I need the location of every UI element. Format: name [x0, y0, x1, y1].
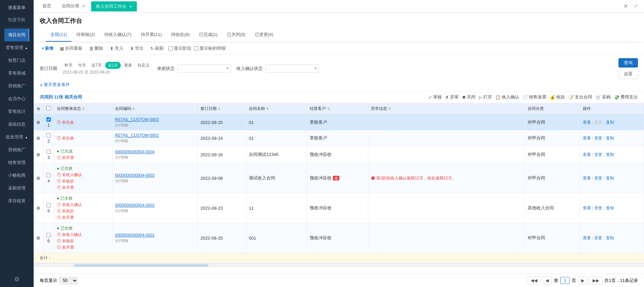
window-maximize-btn[interactable]: ⤢	[632, 3, 640, 9]
next-page-button[interactable]: ▶	[578, 277, 588, 284]
sidebar-item-2[interactable]: 智慧门店	[4, 54, 30, 67]
set-button[interactable]: 设置	[618, 69, 638, 79]
sidebar-item-4[interactable]: 营销推广	[4, 80, 30, 92]
action-变更-2[interactable]: 变更	[594, 152, 602, 157]
action-btn-销售发票[interactable]: 📄销售发票	[523, 94, 546, 100]
row-gear-4[interactable]: ⚙	[34, 193, 43, 223]
table-row[interactable]: ⚙ 5● 已生效① 未收入确认① 未收款① 未开票0000000000004-0…	[34, 193, 644, 223]
action-变更-1[interactable]: 变更	[594, 136, 602, 140]
action-btn-采购[interactable]: 🛒采购	[596, 94, 611, 100]
show-stages-check[interactable]: 显示阶段	[168, 45, 191, 51]
action-btn-费用支出[interactable]: 💸费用支出	[614, 94, 638, 100]
tab-2[interactable]: 收入合同工作台 ✕	[91, 1, 137, 11]
row-gear-3[interactable]: ⚙	[34, 163, 43, 193]
action-变更-0[interactable]: 变更	[594, 120, 602, 125]
table-row[interactable]: ⚙ 6● 已生效① 未收入确认① 未收款① 未开票0000000000004-0…	[34, 223, 644, 253]
sub-tab-2[interactable]: 待收入确认(7)	[100, 28, 136, 42]
horizontal-scrollbar[interactable]	[34, 263, 644, 267]
action-变更-4[interactable]: 变更	[594, 206, 602, 210]
action-变更-3[interactable]: 变更	[594, 176, 602, 180]
table-row[interactable]: ⚙ 3● 已完成① 未开票0000000000004-00041行明细2022-…	[34, 146, 644, 163]
sub-tab-1[interactable]: 待审核(2)	[72, 28, 100, 42]
date-option-4[interactable]: 更多	[122, 62, 134, 69]
per-page-select[interactable]: 50 100	[59, 277, 78, 284]
kanban-button[interactable]: ▦ 合同看板	[58, 44, 84, 52]
date-option-1[interactable]: 今天	[76, 62, 88, 69]
action-变更-5[interactable]: 变更	[594, 236, 602, 240]
action-btn-打开[interactable]: ▷打开	[479, 94, 492, 100]
sidebar-item-13[interactable]: 库存核算	[4, 195, 30, 207]
action-btn-弃审[interactable]: ✗弃审	[445, 94, 459, 100]
show-details-check[interactable]: 显示标的明细	[194, 45, 226, 51]
tab-close-icon-1[interactable]: ✕	[81, 4, 85, 8]
row-gear-0[interactable]: ⚙	[34, 115, 43, 130]
action-查看-2[interactable]: 查看	[583, 152, 591, 157]
sub-tab-0[interactable]: 全部(11)	[46, 28, 72, 42]
sidebar-quicknav[interactable]: 快捷导航	[8, 14, 26, 26]
sidebar-item-3[interactable]: 零售商城	[4, 67, 30, 80]
action-btn-收款[interactable]: 💰收款	[550, 94, 565, 100]
sidebar-item-8[interactable]: 批发管理 ▲	[4, 131, 30, 144]
table-row[interactable]: ⚙ 2① 未生效RETAIL_CUSTOM-00013行明细2022-09-14…	[34, 130, 644, 146]
sidebar-item-6[interactable]: 零售统计	[4, 105, 30, 118]
action-复制-2[interactable]: 复制	[606, 152, 614, 157]
sidebar-item-12[interactable]: 采购管理	[4, 182, 30, 195]
scrollbar-thumb[interactable]	[74, 264, 209, 267]
sub-tab-3[interactable]: 待开票(11)	[136, 28, 166, 42]
export-button[interactable]: ⬇ 导出	[128, 44, 146, 52]
sidebar-item-11[interactable]: 小畅电商	[4, 169, 30, 182]
table-row[interactable]: ⚙ 1① 未生效RETAIL_CUSTOM-00031行明细2022-08-25…	[34, 115, 644, 130]
sub-tab-4[interactable]: 待收款(8)	[166, 28, 194, 42]
action-复制-1[interactable]: 复制	[606, 136, 614, 140]
refresh-button[interactable]: ↻ 刷新	[148, 44, 166, 52]
action-查看-0[interactable]: 查看	[583, 120, 591, 125]
last-page-button[interactable]: ▶▶	[590, 277, 602, 284]
sidebar-item-10[interactable]: 销售管理	[4, 156, 30, 169]
sidebar-item-1[interactable]: 零售管理 ▲	[4, 41, 30, 54]
expand-button[interactable]: ∨ 展开更多条件	[40, 82, 638, 88]
date-option-5[interactable]: 自定义	[136, 62, 152, 69]
tab-0[interactable]: 首页	[38, 0, 56, 12]
sidebar-item-5[interactable]: 会员中心	[4, 92, 30, 105]
sub-tab-5[interactable]: 已完成(1)	[194, 28, 222, 42]
action-复制-4[interactable]: 复制	[606, 206, 614, 210]
query-button[interactable]: 查询	[618, 58, 638, 68]
table-row[interactable]: ⚙ 4● 已生效① 未收入确认① 未收款① 未开票0000000000004-0…	[34, 163, 644, 193]
tab-close-icon-2[interactable]: ✕	[128, 4, 132, 8]
action-复制-3[interactable]: 复制	[606, 176, 614, 180]
sidebar-item-9[interactable]: 营销推广	[4, 144, 30, 156]
action-查看-4[interactable]: 查看	[583, 206, 591, 210]
add-button[interactable]: + 新增	[40, 45, 55, 52]
tab-1[interactable]: 合同分类 ✕	[57, 0, 90, 12]
action-复制-0[interactable]: 复制	[606, 120, 614, 125]
sidebar-item-0[interactable]: 项目合同	[4, 29, 30, 41]
first-page-button[interactable]: ◀◀	[528, 277, 540, 284]
action-查看-1[interactable]: 查看	[583, 136, 591, 140]
row-gear-5[interactable]: ⚙	[34, 223, 43, 253]
date-option-2[interactable]: 近7天	[89, 62, 104, 69]
row-gear-2[interactable]: ⚙	[34, 146, 43, 163]
date-option-0[interactable]: 昨天	[63, 62, 75, 69]
action-查看-3[interactable]: 查看	[583, 176, 591, 180]
select-all-checkbox[interactable]	[46, 106, 51, 111]
import-button[interactable]: ⬆ 导入	[108, 44, 125, 52]
sidebar-search[interactable]: 搜索菜单	[8, 0, 26, 14]
window-close-btn[interactable]: ✕	[621, 3, 630, 9]
date-option-3[interactable]: 近1月	[105, 62, 121, 69]
action-btn-收入确认[interactable]: 📋收入确认	[495, 94, 519, 100]
confirm-select[interactable]	[265, 65, 319, 73]
prev-page-button[interactable]: ◀	[542, 277, 552, 284]
sub-tab-6[interactable]: 已关闭(0)	[222, 28, 250, 42]
row-gear-1[interactable]: ⚙	[34, 130, 43, 146]
sidebar-item-7[interactable]: 基础信息	[4, 118, 30, 131]
sub-tab-7[interactable]: 已变更(4)	[250, 28, 278, 42]
action-btn-支出合同[interactable]: 📝支出合同	[568, 94, 592, 100]
status-select[interactable]	[177, 65, 231, 73]
action-复制-5[interactable]: 复制	[606, 236, 614, 240]
page-number-input[interactable]	[560, 277, 570, 284]
action-查看-5[interactable]: 查看	[583, 236, 591, 240]
action-btn-审核[interactable]: ✓审核	[428, 94, 442, 100]
action-btn-关闭[interactable]: ✖关闭	[462, 94, 476, 100]
delete-button[interactable]: 🗑 删除	[87, 44, 105, 52]
gear-icon[interactable]: ⚙	[14, 276, 20, 283]
